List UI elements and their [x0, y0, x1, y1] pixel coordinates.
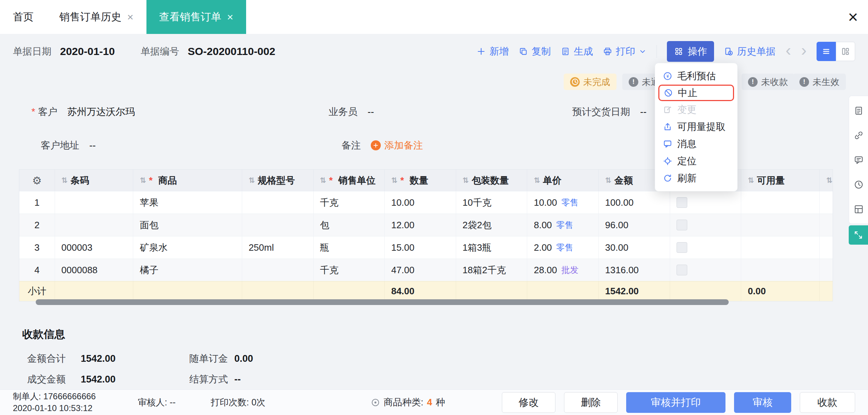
tab-home[interactable]: 首页: [0, 0, 46, 34]
tab-sales-order-history[interactable]: 销售订单历史 ×: [46, 0, 146, 34]
menu-item-locate[interactable]: 定位: [655, 152, 737, 170]
col-header-stub[interactable]: ⇅: [820, 170, 833, 191]
cell-available: [741, 214, 820, 236]
price-type-tag[interactable]: 批发: [562, 264, 579, 276]
table-row[interactable]: 1 苹果 千克 10.00 10千克 10.00零售 100.00: [19, 191, 833, 214]
delete-button[interactable]: 删除: [564, 392, 618, 413]
operation-log-button[interactable]: [849, 172, 868, 197]
sort-icon[interactable]: ⇅: [249, 176, 255, 185]
expand-panel-button[interactable]: [849, 225, 868, 245]
col-header-price[interactable]: ⇅单价: [527, 170, 599, 191]
settlement-value: --: [234, 374, 241, 385]
printer-icon: [603, 47, 612, 56]
auditor-info: 审核人: --: [138, 396, 176, 408]
menu-item-profit-estimate[interactable]: ¥ 毛利预估: [655, 68, 737, 85]
col-header-available[interactable]: ⇅可用量: [741, 170, 820, 191]
expand-icon: [853, 230, 863, 240]
menu-item-abort[interactable]: 中止: [658, 85, 734, 101]
tab-close-icon[interactable]: ×: [227, 12, 234, 22]
payment-section-title: 收款信息: [22, 327, 65, 342]
sort-icon[interactable]: ⇅: [748, 176, 754, 185]
cell-stub: [820, 214, 833, 236]
history-docs-button[interactable]: 历史单据: [724, 45, 775, 58]
add-remark-button[interactable]: + 添加备注: [371, 139, 423, 152]
history-doc-icon: [724, 47, 733, 56]
sort-icon[interactable]: ⇅: [605, 176, 612, 185]
refresh-icon: [663, 174, 672, 183]
detail-panel-button[interactable]: [849, 98, 868, 123]
doc-no-label: 单据编号: [140, 45, 179, 58]
locate-icon: [663, 156, 672, 166]
table-settings-cell[interactable]: ⚙: [19, 170, 55, 191]
print-button[interactable]: 打印: [603, 45, 647, 58]
price-type-tag[interactable]: 零售: [556, 219, 573, 231]
link-icon: [854, 130, 864, 140]
price-type-tag[interactable]: 零售: [556, 242, 573, 253]
window-close-icon[interactable]: ×: [848, 9, 858, 26]
plus-icon: [477, 47, 486, 56]
col-header-spec[interactable]: ⇅规格型号: [242, 170, 314, 191]
cell-available: [741, 236, 820, 259]
yen-circle-icon: ¥: [663, 71, 672, 81]
sort-icon[interactable]: ⇅: [391, 176, 398, 185]
print-count-label: 打印次数:: [211, 397, 249, 407]
related-docs-button[interactable]: [849, 197, 868, 221]
add-button[interactable]: 新增: [477, 45, 509, 58]
card-view-button[interactable]: [836, 42, 855, 61]
sku-type-label: 商品种类:: [384, 396, 423, 409]
sort-icon[interactable]: ⇅: [826, 176, 833, 185]
tab-close-icon[interactable]: ×: [127, 12, 134, 22]
message-panel-button[interactable]: [849, 148, 868, 172]
price-type-tag[interactable]: 零售: [562, 197, 579, 208]
prev-doc-arrow[interactable]: ‹: [785, 42, 791, 58]
sort-icon[interactable]: ⇅: [320, 176, 326, 185]
table-row[interactable]: 4 0000088 橘子 千克 47.00 18箱2千克 28.00批发 131…: [19, 259, 833, 281]
cell-select: [670, 259, 742, 281]
col-header-qty[interactable]: ⇅*数量: [385, 170, 456, 191]
delivery-date-value: --: [640, 106, 647, 118]
col-header-pack-qty[interactable]: ⇅包装数量: [456, 170, 528, 191]
menu-item-change[interactable]: 变更: [655, 101, 737, 118]
col-header-product[interactable]: ⇅*商品: [133, 170, 242, 191]
audit-and-print-button[interactable]: 审核并打印: [626, 392, 725, 413]
sort-icon[interactable]: ⇅: [534, 176, 540, 185]
col-header-unit[interactable]: ⇅*销售单位: [314, 170, 385, 191]
col-header-barcode[interactable]: ⇅条码: [55, 170, 134, 191]
menu-item-available-extract[interactable]: 可用量提取: [655, 118, 737, 135]
menu-item-message[interactable]: 消息: [655, 135, 737, 152]
subtotal-amount: 1542.00: [599, 281, 670, 301]
gear-icon[interactable]: ⚙: [32, 174, 42, 187]
audit-button[interactable]: 审核: [734, 392, 791, 413]
table-row[interactable]: 2 面包 包 12.00 2袋2包 8.00零售 96.00: [19, 214, 833, 236]
sort-icon[interactable]: ⇅: [463, 176, 469, 185]
action-menu-button[interactable]: 操作: [667, 41, 714, 62]
table-row[interactable]: 3 000003 矿泉水 250ml 瓶 15.00 1箱3瓶 2.00零售 3…: [19, 236, 833, 259]
cell-spec: [242, 214, 314, 236]
receive-payment-button[interactable]: 收款: [800, 392, 855, 413]
form-row-2: 客户地址 -- 备注 + 添加备注: [0, 136, 868, 154]
deal-amount-value: 1542.00: [81, 374, 189, 385]
subtotal-available: 0.00: [741, 281, 820, 301]
copy-button[interactable]: 复制: [519, 45, 551, 58]
sort-icon[interactable]: ⇅: [140, 176, 146, 185]
row-checkbox[interactable]: [677, 220, 687, 230]
row-checkbox[interactable]: [677, 265, 687, 275]
modify-button[interactable]: 修改: [502, 392, 555, 413]
cell-spec: [242, 259, 314, 281]
menu-item-refresh[interactable]: 刷新: [655, 170, 737, 187]
generate-button[interactable]: 生成: [561, 45, 593, 58]
total-amount-label: 金额合计: [27, 352, 81, 365]
attachment-link-button[interactable]: [849, 123, 868, 148]
next-doc-arrow[interactable]: ›: [801, 42, 807, 58]
sort-icon[interactable]: ⇅: [61, 176, 68, 185]
row-checkbox[interactable]: [677, 197, 687, 208]
row-checkbox[interactable]: [677, 242, 687, 253]
list-view-button[interactable]: [817, 42, 836, 61]
cell-select: [670, 191, 742, 214]
card-view-icon: [841, 47, 850, 56]
tab-view-sales-order[interactable]: 查看销售订单 ×: [146, 0, 246, 34]
horizontal-scrollbar[interactable]: [36, 299, 729, 305]
status-badge-unpaid: ! 未收款: [742, 74, 794, 90]
required-mark: *: [149, 175, 153, 186]
cell-product: 苹果: [133, 191, 242, 214]
